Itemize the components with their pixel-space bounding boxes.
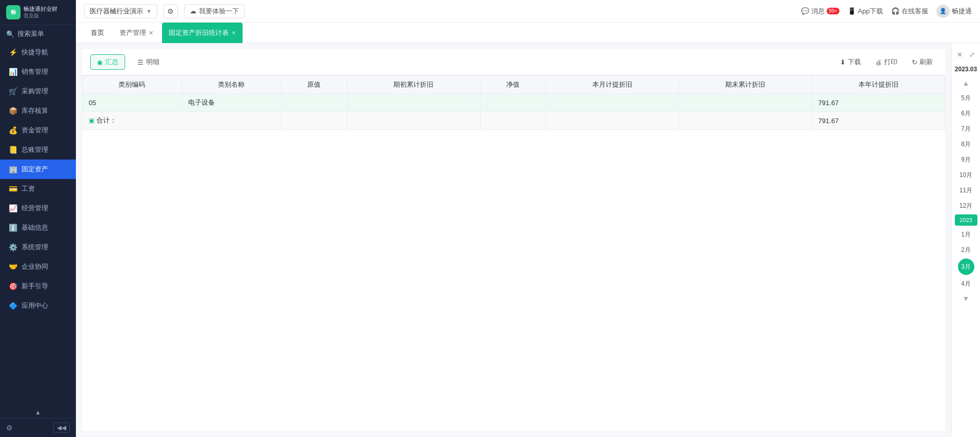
detail-icon: ☰ bbox=[137, 58, 144, 66]
row-monthly-dep bbox=[546, 94, 678, 112]
sidebar-collapse-button[interactable]: ◀◀ bbox=[53, 423, 70, 433]
apps-icon: 🔷 bbox=[8, 302, 17, 310]
nav-menu: ⚡ 快捷导航 📊 销售管理 🛒 采购管理 📦 库存核算 💰 资金管理 📒 总账管… bbox=[0, 43, 76, 407]
enterprise-icon: 🤝 bbox=[8, 263, 17, 271]
view-tab-summary[interactable]: ◉ 汇总 bbox=[90, 54, 125, 70]
month-2[interactable]: 2月 bbox=[955, 243, 977, 256]
app-logo: 畅 畅捷通好业财 普及版 bbox=[0, 0, 76, 25]
sidebar-item-label: 快捷导航 bbox=[22, 48, 48, 57]
table-row: 05 电子设备 791.67 bbox=[83, 94, 945, 112]
tabs-bar: 首页 资产管理 ✕ 固定资产折旧统计表 ✕ bbox=[76, 23, 980, 43]
funds-icon: 💰 bbox=[8, 126, 17, 134]
quick-nav-icon: ⚡ bbox=[8, 48, 17, 56]
month-3-current[interactable]: 3月 bbox=[958, 259, 974, 275]
system-icon: ⚙️ bbox=[8, 243, 17, 251]
scroll-up-arrow[interactable]: ▲ bbox=[961, 77, 972, 89]
download-label: App下载 bbox=[858, 7, 883, 16]
purchase-icon: 🛒 bbox=[8, 87, 17, 95]
user-menu[interactable]: 👤 畅捷通 bbox=[936, 5, 972, 18]
refresh-button[interactable]: ↻ 刷新 bbox=[908, 55, 937, 69]
guide-icon: 🎯 bbox=[8, 282, 17, 290]
header-settings-button[interactable]: ⚙ bbox=[164, 4, 178, 18]
total-end-accum bbox=[679, 112, 812, 130]
sidebar-item-quick-nav[interactable]: ⚡ 快捷导航 bbox=[0, 43, 76, 62]
row-code: 05 bbox=[83, 94, 182, 112]
message-button[interactable]: 💬 消息 99+ bbox=[801, 7, 839, 16]
col-original: 原值 bbox=[281, 76, 347, 94]
search-menu-label: 搜索菜单 bbox=[17, 29, 44, 38]
panel-close-button[interactable]: ✕ bbox=[954, 49, 965, 59]
tab-depreciation-close[interactable]: ✕ bbox=[231, 30, 236, 36]
sidebar-item-guide[interactable]: 🎯 新手引导 bbox=[0, 276, 76, 296]
year-label: 2023.03 bbox=[952, 64, 980, 75]
sidebar-item-sales[interactable]: 📊 销售管理 bbox=[0, 62, 76, 82]
trial-icon: ☁ bbox=[190, 7, 196, 15]
sidebar-item-label: 采购管理 bbox=[22, 87, 48, 96]
depreciation-table: 类别编码 类别名称 原值 期初累计折旧 净值 本月计提折旧 期末累计折旧 本年计… bbox=[82, 75, 945, 130]
row-net bbox=[480, 94, 546, 112]
inventory-icon: 📦 bbox=[8, 107, 17, 115]
sidebar-item-basic-info[interactable]: ℹ️ 基础信息 bbox=[0, 218, 76, 237]
sidebar-item-funds[interactable]: 💰 资金管理 bbox=[0, 121, 76, 140]
sidebar-item-payroll[interactable]: 💳 工资 bbox=[0, 179, 76, 198]
sidebar-settings-icon[interactable]: ⚙ bbox=[6, 424, 13, 432]
sidebar-item-ledger[interactable]: 📒 总账管理 bbox=[0, 140, 76, 160]
company-selector[interactable]: 医疗器械行业演示 ▼ bbox=[84, 4, 157, 18]
service-icon: 🎧 bbox=[891, 7, 899, 15]
col-initial-accum: 期初累计折旧 bbox=[347, 76, 480, 94]
download-button[interactable]: 📱 App下载 bbox=[848, 7, 883, 16]
month-10[interactable]: 10月 bbox=[955, 168, 977, 182]
tab-home[interactable]: 首页 bbox=[84, 23, 111, 43]
download-report-button[interactable]: ⬇ 下载 bbox=[836, 55, 865, 69]
year-badge: 2023 bbox=[955, 214, 977, 226]
tab-asset-manage-close[interactable]: ✕ bbox=[149, 30, 153, 36]
col-code: 类别编码 bbox=[83, 76, 182, 94]
total-label: ▣合计： bbox=[83, 112, 282, 130]
month-7[interactable]: 7月 bbox=[955, 122, 977, 135]
sidebar-item-label: 资金管理 bbox=[22, 126, 48, 135]
service-button[interactable]: 🎧 在线客服 bbox=[891, 7, 928, 16]
month-9[interactable]: 9月 bbox=[955, 153, 977, 166]
row-annual-dep: 791.67 bbox=[812, 94, 945, 112]
trial-label: 我要体验一下 bbox=[199, 7, 239, 16]
sidebar-item-system[interactable]: ⚙️ 系统管理 bbox=[0, 237, 76, 257]
month-1[interactable]: 1月 bbox=[955, 228, 977, 241]
total-initial-accum bbox=[347, 112, 480, 130]
tab-asset-manage[interactable]: 资产管理 ✕ bbox=[113, 23, 160, 43]
tab-home-label: 首页 bbox=[91, 28, 104, 37]
sidebar-item-operations[interactable]: 📈 经营管理 bbox=[0, 198, 76, 218]
month-6[interactable]: 6月 bbox=[955, 107, 977, 120]
print-icon: 🖨 bbox=[875, 58, 882, 66]
download-label: 下载 bbox=[848, 57, 861, 67]
month-12[interactable]: 12月 bbox=[955, 199, 977, 212]
sidebar-item-inventory[interactable]: 📦 库存核算 bbox=[0, 101, 76, 121]
sidebar-item-label: 新手引导 bbox=[22, 282, 48, 291]
trial-button[interactable]: ☁ 我要体验一下 bbox=[184, 4, 245, 18]
message-badge: 99+ bbox=[827, 8, 839, 14]
summary-label: 汇总 bbox=[105, 57, 118, 67]
sidebar-item-enterprise[interactable]: 🤝 企业协同 bbox=[0, 257, 76, 276]
month-8[interactable]: 8月 bbox=[955, 137, 977, 151]
month-4[interactable]: 4月 bbox=[955, 277, 977, 290]
panel-expand-button[interactable]: ⤢ bbox=[967, 49, 977, 59]
print-button[interactable]: 🖨 打印 bbox=[871, 55, 902, 69]
month-5[interactable]: 5月 bbox=[955, 91, 977, 105]
tab-depreciation-report[interactable]: 固定资产折旧统计表 ✕ bbox=[162, 23, 243, 43]
scroll-down-arrow[interactable]: ▼ bbox=[961, 292, 972, 305]
sidebar-item-fixed-assets[interactable]: 🏢 固定资产 bbox=[0, 160, 76, 179]
col-name: 类别名称 bbox=[182, 76, 281, 94]
total-annual-dep: 791.67 bbox=[812, 112, 945, 130]
header-right: 💬 消息 99+ 📱 App下载 🎧 在线客服 👤 畅捷通 bbox=[801, 5, 972, 18]
search-menu[interactable]: 🔍 搜索菜单 bbox=[0, 25, 76, 43]
sidebar: 畅 畅捷通好业财 普及版 🔍 搜索菜单 ⚡ 快捷导航 📊 销售管理 🛒 采购管理… bbox=[0, 0, 76, 437]
sidebar-scroll-down[interactable]: ▲ bbox=[0, 407, 76, 418]
sidebar-item-label: 经营管理 bbox=[22, 204, 48, 213]
col-end-accum: 期末累计折旧 bbox=[679, 76, 812, 94]
summary-icon: ◉ bbox=[97, 58, 103, 66]
view-tab-detail[interactable]: ☰ 明细 bbox=[131, 55, 166, 69]
sidebar-item-purchase[interactable]: 🛒 采购管理 bbox=[0, 82, 76, 101]
logo-sub: 普及版 bbox=[24, 12, 57, 19]
top-header: 医疗器械行业演示 ▼ ⚙ ☁ 我要体验一下 💬 消息 99+ 📱 App下载 🎧… bbox=[76, 0, 980, 23]
month-11[interactable]: 11月 bbox=[955, 184, 977, 197]
sidebar-item-apps[interactable]: 🔷 应用中心 bbox=[0, 296, 76, 315]
